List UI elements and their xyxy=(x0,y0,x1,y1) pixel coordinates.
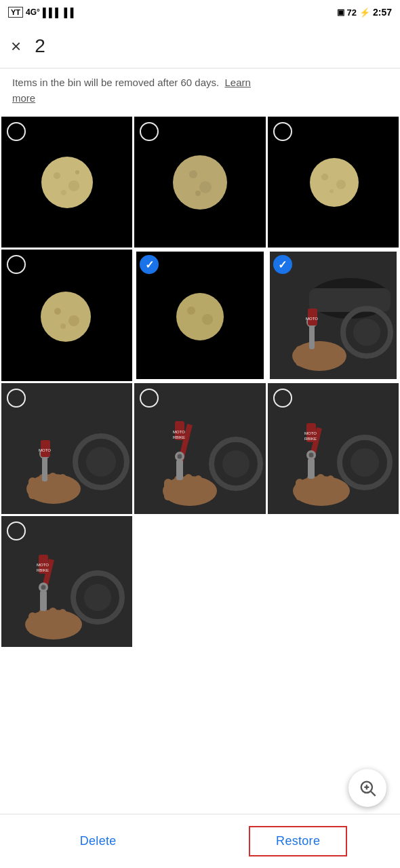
svg-rect-57 xyxy=(176,460,183,480)
svg-point-1 xyxy=(54,172,60,179)
svg-text:MOTO: MOTO xyxy=(306,317,318,321)
svg-text:RBIKE: RBIKE xyxy=(304,437,317,441)
svg-rect-82 xyxy=(28,612,37,634)
charging-icon: ⚡ xyxy=(359,7,370,18)
svg-point-24 xyxy=(353,319,380,346)
svg-point-9 xyxy=(310,158,359,207)
battery-level: 72 xyxy=(347,7,357,18)
signal-bars-1: ▌▌▌ xyxy=(43,7,62,18)
photo-cell-4[interactable] xyxy=(1,250,132,380)
photo-cell-5[interactable] xyxy=(134,250,265,380)
svg-point-2 xyxy=(68,180,79,191)
select-circle-10[interactable] xyxy=(7,521,26,540)
spacer xyxy=(0,647,400,755)
selection-count: 2 xyxy=(35,35,45,57)
info-banner: Items in the bin will be removed after 6… xyxy=(0,68,400,117)
select-circle-9[interactable] xyxy=(273,389,292,408)
svg-point-89 xyxy=(41,585,45,589)
status-right: ▣ 72 ⚡ 2:57 xyxy=(337,7,393,18)
photo-cell-2[interactable] xyxy=(134,117,265,248)
svg-rect-28 xyxy=(316,341,324,366)
svg-rect-52 xyxy=(164,479,172,500)
moon-image xyxy=(33,281,101,349)
svg-point-10 xyxy=(321,174,328,180)
svg-line-94 xyxy=(371,791,375,795)
svg-text:RBIKE: RBIKE xyxy=(173,435,185,439)
svg-point-4 xyxy=(75,170,79,174)
photo-cell-8[interactable]: MOTO RBIKE xyxy=(134,383,265,514)
select-circle-1[interactable] xyxy=(7,122,26,141)
status-left: YT 4G° ▌▌▌ ▌▌ xyxy=(8,7,77,18)
svg-rect-67 xyxy=(296,479,304,500)
svg-text:MOTO: MOTO xyxy=(37,563,49,567)
photo-cell-9[interactable]: MOTO RBIKE xyxy=(268,383,399,514)
network-type: 4G° xyxy=(26,7,40,17)
svg-point-59 xyxy=(177,454,182,459)
moon-image xyxy=(166,149,234,216)
delete-button[interactable]: Delete xyxy=(53,826,144,856)
svg-rect-30 xyxy=(309,326,315,349)
svg-text:MOTO: MOTO xyxy=(39,448,51,452)
svg-point-18 xyxy=(187,307,195,315)
svg-rect-70 xyxy=(327,475,334,500)
svg-point-17 xyxy=(176,293,224,340)
svg-point-19 xyxy=(202,314,213,325)
select-circle-3[interactable] xyxy=(273,122,292,141)
top-bar: × 2 xyxy=(0,24,400,68)
svg-point-13 xyxy=(41,292,91,342)
svg-rect-42 xyxy=(59,474,66,499)
svg-rect-29 xyxy=(326,342,334,366)
photo-cell-10[interactable]: MOTO RBIKE xyxy=(1,516,132,647)
svg-point-74 xyxy=(309,453,314,458)
svg-point-80 xyxy=(84,584,111,611)
svg-rect-87 xyxy=(40,591,47,611)
restore-button[interactable]: Restore xyxy=(249,826,347,856)
svg-point-6 xyxy=(189,170,197,178)
svg-rect-55 xyxy=(195,475,202,500)
photo-cell-6[interactable]: MOTO xyxy=(268,250,399,380)
bottom-bar: Delete Restore xyxy=(0,814,400,868)
svg-rect-22 xyxy=(309,288,391,312)
svg-point-11 xyxy=(336,180,346,189)
moon-image xyxy=(33,149,101,216)
svg-point-16 xyxy=(60,323,66,329)
moon-image xyxy=(166,281,234,349)
svg-rect-85 xyxy=(59,609,66,634)
svg-rect-39 xyxy=(28,477,37,499)
status-bar: YT 4G° ▌▌▌ ▌▌ ▣ 72 ⚡ 2:57 xyxy=(0,0,400,24)
svg-point-0 xyxy=(41,157,93,208)
svg-point-12 xyxy=(329,189,334,193)
close-button[interactable]: × xyxy=(11,37,21,55)
svg-rect-68 xyxy=(306,475,315,500)
info-text: Items in the bin will be removed after 6… xyxy=(12,77,219,88)
svg-point-3 xyxy=(61,190,66,195)
svg-rect-54 xyxy=(184,474,193,500)
svg-point-14 xyxy=(54,308,61,315)
svg-rect-69 xyxy=(317,474,325,500)
svg-rect-83 xyxy=(39,609,47,634)
svg-rect-26 xyxy=(296,346,304,366)
select-circle-6[interactable] xyxy=(273,255,292,274)
svg-rect-43 xyxy=(42,457,47,481)
moon-image xyxy=(299,149,367,216)
signal-bars-2: ▌▌ xyxy=(64,7,77,18)
svg-point-7 xyxy=(199,181,212,193)
svg-point-37 xyxy=(86,447,116,477)
svg-point-50 xyxy=(222,450,249,477)
select-circle-7[interactable] xyxy=(7,389,26,408)
photo-cell-7[interactable]: MOTO xyxy=(1,383,132,514)
photo-cell-3[interactable] xyxy=(268,117,399,248)
svg-point-15 xyxy=(68,315,79,326)
zoom-in-icon xyxy=(358,778,377,797)
zoom-fab[interactable] xyxy=(348,769,386,807)
svg-rect-41 xyxy=(49,473,57,499)
svg-point-5 xyxy=(173,155,227,210)
svg-text:MOTO: MOTO xyxy=(173,430,185,434)
photo-cell-1[interactable] xyxy=(1,117,132,248)
svg-point-8 xyxy=(195,191,201,196)
select-circle-8[interactable] xyxy=(140,389,159,408)
photo-grid: MOTO MOTO xyxy=(0,117,400,647)
battery-indicator: ▣ xyxy=(337,7,344,17)
svg-rect-84 xyxy=(49,608,57,634)
svg-text:RBIKE: RBIKE xyxy=(37,568,49,572)
